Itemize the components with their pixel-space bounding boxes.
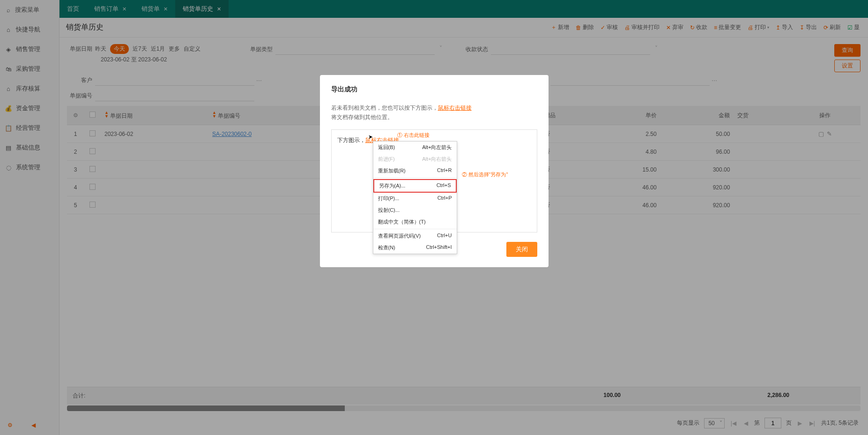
modal-text: 若未看到相关文档，您也可以按下方图示，鼠标右击链接 将文档存储到其他位置。 bbox=[331, 103, 537, 122]
modal-illustration: 下方图示，鼠标右击链接 ➤ ① 右击此链接 ② 然后选择"另存为" 返回(B)A… bbox=[331, 129, 537, 232]
context-menu-demo: 返回(B)Alt+向左箭头前进(F)Alt+向右箭头重新加载(R)Ctrl+R另… bbox=[373, 141, 457, 254]
ctx-item: 翻成中文（简体）(T) bbox=[373, 216, 457, 228]
rightclick-link[interactable]: 鼠标右击链接 bbox=[438, 105, 472, 111]
ctx-item: 返回(B)Alt+向左箭头 bbox=[373, 142, 457, 153]
ctx-item: 重新加载(R)Ctrl+R bbox=[373, 165, 457, 177]
ctx-item: 另存为(A)...Ctrl+S bbox=[373, 179, 457, 193]
modal-title: 导出成功 bbox=[331, 85, 537, 94]
annotation-2: ② 然后选择"另存为" bbox=[462, 171, 508, 178]
ctx-item: 投射(C)... bbox=[373, 204, 457, 216]
ctx-item: 检查(N)Ctrl+Shift+I bbox=[373, 242, 457, 254]
ctx-item: 前进(F)Alt+向右箭头 bbox=[373, 153, 457, 165]
ctx-item: 打印(P)...Ctrl+P bbox=[373, 193, 457, 204]
annotation-1: ① 右击此链接 bbox=[397, 132, 430, 139]
close-button[interactable]: 关闭 bbox=[506, 242, 537, 257]
ctx-item: 查看网页源代码(V)Ctrl+U bbox=[373, 230, 457, 242]
cursor-icon: ➤ bbox=[368, 134, 373, 140]
modal-overlay: 导出成功 若未看到相关文档，您也可以按下方图示，鼠标右击链接 将文档存储到其他位… bbox=[0, 0, 868, 435]
export-success-modal: 导出成功 若未看到相关文档，您也可以按下方图示，鼠标右击链接 将文档存储到其他位… bbox=[320, 75, 549, 267]
